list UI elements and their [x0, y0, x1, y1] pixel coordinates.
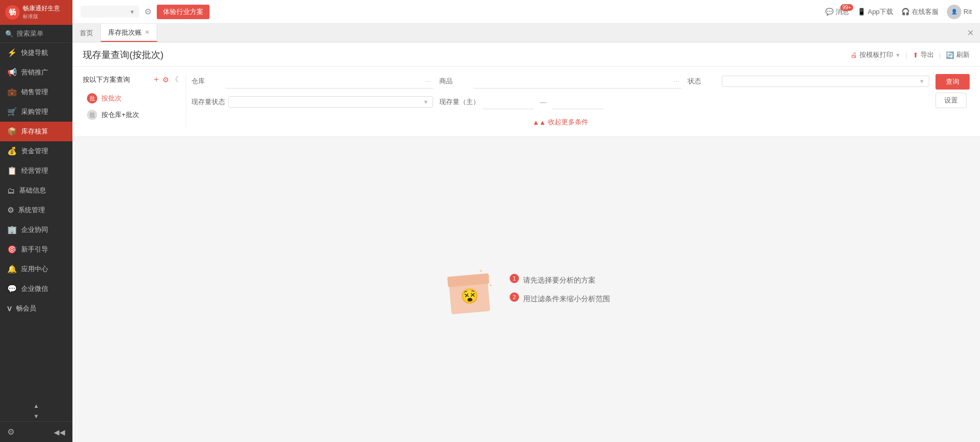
topbar: ▼ ⚙ 体验行业方案 💬 消息 99+ 📱 App下载 🎧 在线客服 👤: [72, 0, 980, 24]
scroll-up-icon[interactable]: ▲: [34, 403, 39, 409]
scheme-item-warehouse-batch[interactable]: 批 按仓库+批次: [83, 107, 179, 123]
stock-qty-from-wrap[interactable]: [483, 95, 534, 109]
inventory-icon: 📦: [7, 127, 17, 136]
app-logo: 畅: [5, 5, 20, 20]
stock-qty-to-wrap[interactable]: [552, 95, 603, 109]
print-label: 按模板打印: [859, 50, 893, 60]
stock-qty-from-input[interactable]: [485, 98, 532, 106]
sidebar-item-label: 新手引导: [21, 245, 48, 254]
hint-num-1: 1: [510, 274, 519, 283]
add-scheme-icon[interactable]: ＋: [152, 74, 160, 85]
sidebar-item-appstore[interactable]: 🔔 应用中心: [0, 259, 72, 279]
stock-status-select[interactable]: ▼: [228, 96, 433, 108]
stock-status-chevron-icon: ▼: [423, 99, 428, 105]
sidebar-item-purchase[interactable]: 🛒 采购管理: [0, 102, 72, 122]
collapse-more-label: 收起更多条件: [548, 117, 588, 127]
sidebar-item-wechat[interactable]: 💬 企业微信: [0, 279, 72, 299]
filter-fields: 仓库 ··· 商品 ···: [191, 74, 970, 129]
footer-settings-icon[interactable]: ⚙: [7, 427, 14, 437]
app-download-label: App下载: [868, 7, 893, 17]
warehouse-input[interactable]: [228, 77, 423, 85]
search-label: 搜索菜单: [17, 29, 43, 38]
app-title: 畅康通好生意: [23, 5, 60, 13]
settings-scheme-icon[interactable]: ⚙: [162, 76, 169, 84]
sidebar-item-label: 资金管理: [21, 146, 48, 156]
topbar-search-input[interactable]: [85, 8, 126, 16]
print-btn[interactable]: 🖨 按模板打印 ▼: [851, 50, 900, 60]
sidebar-item-inventory[interactable]: 📦 库存核算: [0, 122, 72, 141]
empty-hints: 1 请先选择要分析的方案 2 用过滤条件来缩小分析范围: [510, 273, 610, 306]
scroll-down-icon[interactable]: ▼: [34, 413, 39, 419]
sidebar-search[interactable]: 🔍 搜索菜单: [0, 25, 72, 43]
divider2: |: [939, 51, 941, 59]
app-info: 畅康通好生意 标准版: [23, 5, 60, 20]
sidebar-item-member[interactable]: V 畅会员: [0, 299, 72, 318]
sales-icon: 💼: [7, 87, 17, 97]
warehouse-label: 仓库: [191, 77, 222, 86]
sidebar-item-label: 应用中心: [21, 264, 48, 274]
enterprise-icon: 🏢: [7, 225, 17, 234]
settings-button[interactable]: 设置: [936, 93, 967, 108]
experience-btn[interactable]: 体验行业方案: [157, 5, 210, 19]
sidebar-item-shortcuts[interactable]: ⚡ 快捷导航: [0, 43, 72, 63]
goods-more-icon[interactable]: ···: [674, 77, 679, 85]
stock-status-label: 现存量状态: [191, 97, 225, 107]
status-select[interactable]: ▼: [722, 76, 929, 87]
app-download-action[interactable]: 📱 App下载: [857, 7, 893, 17]
topbar-search-area[interactable]: ▼: [81, 6, 139, 18]
sidebar-item-finance[interactable]: 💰 资金管理: [0, 141, 72, 161]
guide-icon: 🎯: [7, 245, 17, 254]
refresh-icon: 🔄: [946, 51, 954, 59]
warehouse-batch-scheme-icon: 批: [87, 110, 97, 120]
sidebar-item-guide[interactable]: 🎯 新手引导: [0, 240, 72, 259]
page-header: 现存量查询(按批次) 🖨 按模板打印 ▼ | ⬆ 导出 | 🔄 刷新: [72, 42, 980, 67]
topbar-gear-icon[interactable]: ⚙: [144, 7, 152, 17]
sidebar-item-basics[interactable]: 🗂 基础信息: [0, 181, 72, 200]
warehouse-input-wrap[interactable]: ···: [226, 74, 433, 89]
user-initial: 👤: [951, 9, 957, 14]
empty-hint-2: 2 用过滤条件来缩小分析范围: [510, 291, 610, 306]
online-service-action[interactable]: 🎧 在线客服: [901, 7, 939, 17]
user-name: Rit: [963, 8, 972, 16]
page-title: 现存量查询(按批次): [83, 49, 164, 61]
sidebar-item-label: 销售管理: [21, 87, 48, 97]
system-icon: ⚙: [7, 205, 14, 215]
sidebar-item-label: 企业微信: [21, 284, 48, 293]
message-action[interactable]: 💬 消息 99+: [825, 7, 849, 17]
tab-inventory-batch[interactable]: 库存批次账 ✕: [101, 24, 157, 42]
warehouse-more-icon[interactable]: ···: [425, 77, 431, 85]
sidebar-item-sales[interactable]: 💼 销售管理: [0, 82, 72, 102]
svg-text:✦: ✦: [485, 272, 491, 281]
goods-field: 商品 ···: [439, 74, 681, 89]
refresh-btn[interactable]: 🔄 刷新: [946, 50, 970, 60]
collapse-more-btn[interactable]: ▲▲ 收起更多条件: [191, 115, 929, 129]
collapse-scheme-icon[interactable]: 《: [171, 75, 179, 84]
tabs-close-all[interactable]: ✕: [961, 28, 980, 38]
sidebar-item-marketing[interactable]: 📢 营销推广: [0, 63, 72, 82]
sidebar-item-label: 基础信息: [19, 186, 46, 195]
refresh-label: 刷新: [956, 50, 970, 60]
tab-close-icon[interactable]: ✕: [145, 29, 150, 36]
footer-collapse-icon[interactable]: ◀◀: [54, 428, 65, 436]
user-profile[interactable]: 👤 Rit: [947, 5, 972, 19]
sidebar-item-enterprise[interactable]: 🏢 企业协同: [0, 220, 72, 240]
export-btn[interactable]: ⬆ 导出: [913, 50, 934, 60]
divider: |: [905, 51, 907, 59]
scheme-item-batch[interactable]: 批 按批次: [83, 90, 179, 107]
query-button[interactable]: 查询: [936, 74, 970, 90]
sidebar-header: 畅 畅康通好生意 标准版: [0, 0, 72, 25]
goods-input-wrap[interactable]: ···: [473, 74, 681, 89]
goods-label: 商品: [439, 77, 470, 86]
stock-status-field: 现存量状态 ▼: [191, 96, 433, 108]
sidebar-item-operations[interactable]: 📋 经营管理: [0, 161, 72, 181]
goods-input[interactable]: [476, 77, 671, 85]
page-content: 现存量查询(按批次) 🖨 按模板打印 ▼ | ⬆ 导出 | 🔄 刷新: [72, 42, 980, 442]
print-chevron-icon[interactable]: ▼: [895, 52, 900, 58]
tab-home[interactable]: 首页: [72, 24, 101, 42]
sidebar-item-system[interactable]: ⚙ 系统管理: [0, 200, 72, 220]
stock-qty-to-input[interactable]: [554, 98, 601, 106]
message-icon: 💬: [825, 8, 834, 16]
appstore-icon: 🔔: [7, 264, 17, 274]
member-icon: V: [7, 305, 12, 313]
message-badge: 99+: [840, 4, 853, 11]
